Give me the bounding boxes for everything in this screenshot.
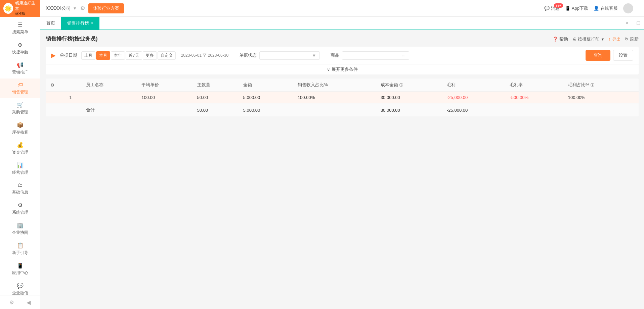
sidebar-item-operations[interactable]: 📊经营管理 <box>0 159 40 179</box>
sidebar-item-purchase[interactable]: 🛒采购管理 <box>0 98 40 118</box>
topbar: XXXXX公司 ▼ ⚙ 体验行业方案 💬 消息 99+ 📱 App下载 👤 在线… <box>40 0 644 17</box>
cost-info-icon[interactable]: ⓘ <box>399 83 403 87</box>
sidebar-item-sales[interactable]: 🏷销售管理 <box>0 79 40 98</box>
message-badge: 99+ <box>554 3 563 8</box>
sidebar-label-apps: 应用中心 <box>12 270 28 276</box>
sidebar-label-system: 系统管理 <box>12 210 28 215</box>
col-name: 员工名称 <box>82 79 137 92</box>
sidebar-item-shortcut[interactable]: ⊕快捷导航 <box>0 38 40 58</box>
tab-close-icon[interactable]: × <box>91 21 93 25</box>
tabbar-right: × □ <box>621 17 644 29</box>
page-title: 销售排行榜(按业务员) <box>46 36 98 43</box>
col-main-qty: 主数量 <box>193 79 239 92</box>
sidebar-item-search[interactable]: ☰搜索菜单 <box>0 18 40 38</box>
col-cost: 成本全额 ⓘ <box>377 79 443 92</box>
sidebar: 🌟 畅康通好生意 标准版 ☰搜索菜单⊕快捷导航📢营销推广🏷销售管理🛒采购管理📦库… <box>0 0 40 309</box>
date-btn-7days[interactable]: 近7天 <box>126 51 142 60</box>
sidebar-item-guide[interactable]: 📋新手引导 <box>0 239 40 259</box>
table-body: 1 100.00 50.00 5,000.00 100.00% 30,000.0… <box>46 92 639 104</box>
goods-label: 商品 <box>331 52 339 58</box>
export-button[interactable]: ↑ 导出 <box>609 36 621 42</box>
sidebar-item-system[interactable]: ⚙系统管理 <box>0 199 40 219</box>
search-icon: ☰ <box>18 21 23 28</box>
table-container: ⚙ 员工名称 平均单价 主数量 全额 销售收入占比% 成本全额 ⓘ 毛利 毛利率… <box>46 79 639 116</box>
refresh-button[interactable]: ↻ 刷新 <box>625 36 639 42</box>
topbar-right: 💬 消息 99+ 📱 App下载 👤 在线客服 <box>544 3 639 13</box>
name-cell <box>82 92 137 104</box>
goods-select[interactable]: ··· <box>342 51 409 60</box>
date-range: 2023-06-01 至 2023-06-30 <box>181 53 228 58</box>
date-buttons: 上月 本月 本年 近7天 更多 自定义 <box>81 51 176 60</box>
sidebar-item-wechat[interactable]: 💬企业微信 <box>0 279 40 296</box>
table-header-row: ⚙ 员工名称 平均单价 主数量 全额 销售收入占比% 成本全额 ⓘ 毛利 毛利率… <box>46 79 639 92</box>
sidebar-label-guide: 新手引导 <box>12 250 28 256</box>
sidebar-item-enterprise[interactable]: 🏢企业协同 <box>0 219 40 239</box>
app-icon: 📱 <box>565 6 570 11</box>
sales-icon: 🏷 <box>17 82 23 88</box>
online-service-button[interactable]: 👤 在线客服 <box>594 5 618 11</box>
filter-toggle-icon[interactable]: ▶ <box>51 52 56 59</box>
message-button[interactable]: 💬 消息 99+ <box>544 5 560 11</box>
collapse-sidebar-icon[interactable]: ◀ <box>27 299 31 306</box>
print-icon: 🖨 <box>572 37 576 42</box>
refresh-icon: ↻ <box>625 37 629 42</box>
export-icon: ↑ <box>609 37 611 42</box>
tab-home[interactable]: 首页 <box>40 17 61 30</box>
table-footer: 合计 50.00 5,000.00 30,000.00 -25,000.00 <box>46 104 639 117</box>
footer-total: 5,000.00 <box>239 104 294 117</box>
sidebar-footer: ⚙ ◀ <box>0 296 40 309</box>
company-selector[interactable]: XXXXX公司 ▼ <box>46 5 77 11</box>
sidebar-label-enterprise: 企业协同 <box>12 230 28 236</box>
user-avatar[interactable] <box>623 3 633 13</box>
expand-bar[interactable]: ∨ 展开更多条件 <box>46 64 639 74</box>
page-header: 销售排行榜(按业务员) ❓ 帮助 🖨 按模板打印 ▼ ↑ 导出 ↻ 刷新 <box>46 36 639 43</box>
date-btn-more[interactable]: 更多 <box>143 51 157 60</box>
company-arrow-icon: ▼ <box>73 6 77 11</box>
profit-cell: -25,000.00 <box>443 92 506 104</box>
profit-pct-info-icon[interactable]: ⓘ <box>591 83 594 87</box>
col-rank <box>59 79 82 92</box>
query-button[interactable]: 查询 <box>586 50 610 61</box>
sidebar-label-shortcut: 快捷导航 <box>12 49 28 55</box>
sidebar-logo: 🌟 畅康通好生意 标准版 <box>0 0 40 17</box>
date-btn-this-month[interactable]: 本月 <box>96 51 110 60</box>
app-download-button[interactable]: 📱 App下载 <box>565 5 588 11</box>
date-btn-this-year[interactable]: 本年 <box>111 51 125 60</box>
tab-sales-ranking[interactable]: 销售排行榜 × <box>61 17 99 30</box>
settings-button[interactable]: 设置 <box>613 50 633 61</box>
col-settings[interactable]: ⚙ <box>46 79 59 92</box>
footer-main-qty: 50.00 <box>193 104 239 117</box>
enterprise-icon: 🏢 <box>17 222 24 228</box>
tabbar: 首页 销售排行榜 × × □ <box>40 17 644 30</box>
date-btn-custom[interactable]: 自定义 <box>158 51 176 60</box>
message-icon: 💬 <box>544 6 550 11</box>
tab-close-window-icon[interactable]: × <box>621 17 633 29</box>
date-label: 单据日期 <box>60 52 77 58</box>
print-button[interactable]: 🖨 按模板打印 ▼ <box>572 36 605 42</box>
help-button[interactable]: ❓ 帮助 <box>553 36 568 42</box>
sidebar-label-finance: 资金管理 <box>12 150 28 155</box>
sidebar-item-inventory[interactable]: 📦库存核算 <box>0 118 40 139</box>
trial-button[interactable]: 体验行业方案 <box>88 3 124 13</box>
tab-maximize-icon[interactable]: □ <box>633 17 644 29</box>
logo-icon: 🌟 <box>3 3 13 14</box>
sidebar-item-finance[interactable]: 💰资金管理 <box>0 139 40 159</box>
sidebar-item-apps[interactable]: 📱应用中心 <box>0 259 40 279</box>
sidebar-item-basic[interactable]: 🗂基础信息 <box>0 179 40 199</box>
sidebar-item-marketing[interactable]: 📢营销推广 <box>0 58 40 79</box>
goods-dots-icon[interactable]: ··· <box>402 53 405 58</box>
col-total: 全额 <box>239 79 294 92</box>
table-row: 1 100.00 50.00 5,000.00 100.00% 30,000.0… <box>46 92 639 104</box>
topbar-settings-icon[interactable]: ⚙ <box>80 5 85 11</box>
status-select[interactable]: ▼ <box>259 51 320 60</box>
sidebar-label-inventory: 库存核算 <box>12 130 28 135</box>
page-actions: ❓ 帮助 🖨 按模板打印 ▼ ↑ 导出 ↻ 刷新 <box>553 36 639 42</box>
sidebar-menu: ☰搜索菜单⊕快捷导航📢营销推广🏷销售管理🛒采购管理📦库存核算💰资金管理📊经营管理… <box>0 17 40 296</box>
settings-footer-icon[interactable]: ⚙ <box>9 299 14 306</box>
guide-icon: 📋 <box>17 242 24 249</box>
inventory-icon: 📦 <box>17 122 24 128</box>
filter-right-actions: 查询 设置 <box>586 50 633 61</box>
marketing-icon: 📢 <box>17 62 24 68</box>
date-btn-last-month[interactable]: 上月 <box>81 51 95 60</box>
col-sales-pct: 销售收入占比% <box>294 79 377 92</box>
